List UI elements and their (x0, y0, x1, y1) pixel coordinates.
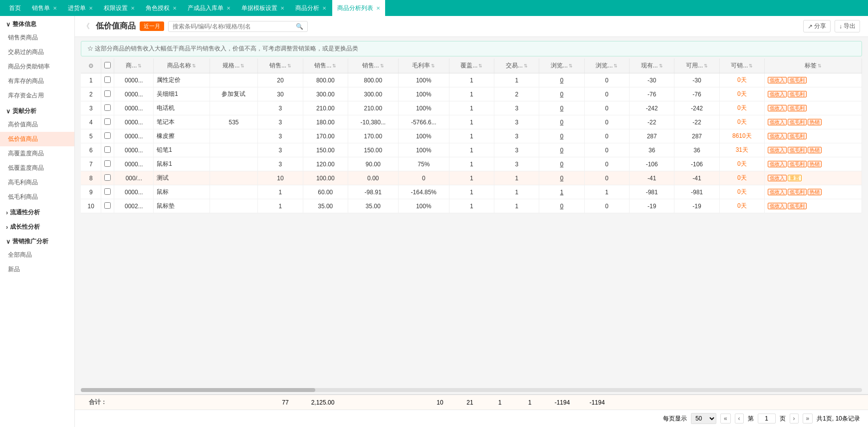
export-button[interactable]: ↓ 导出 (835, 20, 860, 32)
cell-browse1[interactable]: 0 (539, 171, 584, 185)
sidebar-item-low-coverage[interactable]: 低覆盖度商品 (0, 161, 74, 175)
cell-browse1[interactable]: 0 (539, 115, 584, 129)
sidebar-item-new-products[interactable]: 新品 (0, 262, 74, 277)
row-checkbox[interactable] (104, 160, 111, 167)
nav-production[interactable]: 产成品入库单 ✕ (183, 0, 235, 16)
col-checkbox[interactable] (101, 58, 114, 73)
sidebar-item-high-value[interactable]: 高价值商品 (0, 117, 74, 132)
nav-product-list[interactable]: 商品分析列表 ✕ (332, 0, 385, 16)
sidebar-item-high-coverage[interactable]: 高覆盖度商品 (0, 146, 74, 161)
col-sales-amt2-header[interactable]: 销售...⇅ (348, 58, 398, 73)
share-button[interactable]: ↗ 分享 (803, 20, 831, 32)
nav-sales[interactable]: 销售单 ✕ (27, 0, 62, 16)
nav-home[interactable]: 首页 (4, 0, 26, 16)
sidebar-group-contribution[interactable]: ∨ 贡献分析 (0, 103, 74, 117)
col-tags-header[interactable]: 标签⇅ (764, 58, 862, 73)
sidebar-item-in-stock[interactable]: 有库存的商品 (0, 74, 74, 88)
sidebar-item-low-margin[interactable]: 低毛利商品 (0, 190, 74, 204)
cell-checkbox[interactable] (101, 87, 114, 101)
browse-link[interactable]: 0 (560, 161, 564, 168)
row-checkbox[interactable] (104, 104, 111, 111)
browse-link[interactable]: 0 (560, 77, 564, 84)
cell-checkbox[interactable] (101, 157, 114, 171)
sidebar-group-growth[interactable]: › 成长性分析 (0, 219, 74, 233)
cell-checkbox[interactable] (101, 185, 114, 199)
row-checkbox[interactable] (104, 146, 111, 153)
nav-purchase[interactable]: 进货单 ✕ (63, 0, 98, 16)
sidebar-item-sales-products[interactable]: 销售类商品 (0, 30, 74, 45)
cell-checkbox[interactable] (101, 129, 114, 143)
sidebar-item-high-margin[interactable]: 高毛利商品 (0, 175, 74, 190)
next-page-btn[interactable]: › (790, 414, 799, 424)
close-template-icon[interactable]: ✕ (280, 5, 284, 11)
close-production-icon[interactable]: ✕ (226, 5, 230, 11)
sidebar-item-all-products[interactable]: 全部商品 (0, 248, 74, 262)
sidebar-item-low-value[interactable]: 低价值商品 (0, 132, 74, 146)
close-purchase-icon[interactable]: ✕ (89, 5, 93, 11)
nav-product-analysis[interactable]: 商品分析 ✕ (290, 0, 331, 16)
cell-browse1[interactable]: 0 (539, 73, 584, 87)
page-input[interactable] (758, 414, 776, 424)
prev-page-btn[interactable]: ‹ (735, 414, 744, 424)
cell-checkbox[interactable] (101, 199, 114, 213)
browse-link[interactable]: 0 (560, 105, 564, 112)
search-icon[interactable]: 🔍 (296, 23, 303, 30)
close-permission-icon[interactable]: ✕ (131, 5, 135, 11)
sidebar-group-marketing[interactable]: ∨ 营销推广分析 (0, 233, 74, 248)
row-checkbox[interactable] (104, 188, 111, 195)
cell-checkbox[interactable] (101, 115, 114, 129)
select-all-checkbox[interactable] (104, 62, 111, 68)
sidebar-group-overview[interactable]: ∨ 整体信息 (0, 16, 74, 30)
search-input[interactable] (173, 23, 296, 30)
col-sales-amt1-header[interactable]: 销售...⇅ (303, 58, 348, 73)
col-spec-header[interactable]: 规格...⇅ (210, 58, 258, 73)
col-code-header[interactable]: 商...⇅ (114, 58, 154, 73)
col-name-header[interactable]: 商品名称⇅ (154, 58, 210, 73)
col-browse2-header[interactable]: 浏览...⇅ (584, 58, 629, 73)
per-page-select[interactable]: 50 100 200 (691, 413, 716, 424)
cell-browse1[interactable]: 1 (539, 185, 584, 199)
row-checkbox[interactable] (104, 90, 111, 97)
close-list-icon[interactable]: ✕ (376, 5, 380, 11)
col-stock1-header[interactable]: 现有...⇅ (630, 58, 674, 73)
row-checkbox[interactable] (104, 118, 111, 125)
cell-checkbox[interactable] (101, 101, 114, 115)
cell-checkbox[interactable] (101, 171, 114, 185)
col-margin-header[interactable]: 毛利率⇅ (398, 58, 449, 73)
browse-link[interactable]: 0 (560, 91, 564, 98)
scrollbar-thumb[interactable] (81, 388, 315, 392)
last-page-btn[interactable]: » (803, 414, 813, 424)
sidebar-item-stock-capital[interactable]: 库存资金占用 (0, 88, 74, 103)
table-container[interactable]: ⚙ 商...⇅ 商品名称⇅ 规格...⇅ 销售...⇅ 销售...⇅ 销售...… (81, 58, 862, 388)
row-checkbox[interactable] (104, 132, 111, 139)
row-checkbox[interactable] (104, 174, 111, 181)
col-days-header[interactable]: 可销...⇅ (719, 58, 764, 73)
col-settings[interactable]: ⚙ (81, 58, 101, 73)
close-analysis-icon[interactable]: ✕ (322, 5, 326, 11)
cell-browse1[interactable]: 0 (539, 143, 584, 157)
close-role-icon[interactable]: ✕ (173, 5, 177, 11)
browse-link[interactable]: 0 (560, 133, 564, 140)
close-sales-icon[interactable]: ✕ (53, 5, 57, 11)
col-stock2-header[interactable]: 可用...⇅ (674, 58, 719, 73)
sidebar-item-traded[interactable]: 交易过的商品 (0, 45, 74, 59)
browse-link[interactable]: 0 (560, 203, 564, 210)
cell-browse1[interactable]: 0 (539, 157, 584, 171)
cell-checkbox[interactable] (101, 73, 114, 87)
sidebar-item-category-rate[interactable]: 商品分类助销率 (0, 59, 74, 74)
col-trade-header[interactable]: 交易...⇅ (494, 58, 539, 73)
horizontal-scrollbar[interactable] (81, 388, 862, 392)
browse-link[interactable]: 0 (560, 147, 564, 154)
cell-browse1[interactable]: 0 (539, 87, 584, 101)
browse-link[interactable]: 0 (560, 119, 564, 126)
col-browse1-header[interactable]: 浏览...⇅ (539, 58, 584, 73)
col-sales-qty-header[interactable]: 销售...⇅ (258, 58, 303, 73)
col-coverage-header[interactable]: 覆盖...⇅ (449, 58, 494, 73)
filter-button[interactable]: 近一月 (140, 21, 164, 31)
browse-link[interactable]: 0 (560, 175, 564, 182)
cell-browse1[interactable]: 0 (539, 199, 584, 213)
row-checkbox[interactable] (104, 202, 111, 209)
cell-browse1[interactable]: 0 (539, 129, 584, 143)
collapse-btn[interactable]: 《 (83, 22, 90, 31)
nav-template[interactable]: 单据模板设置 ✕ (236, 0, 289, 16)
